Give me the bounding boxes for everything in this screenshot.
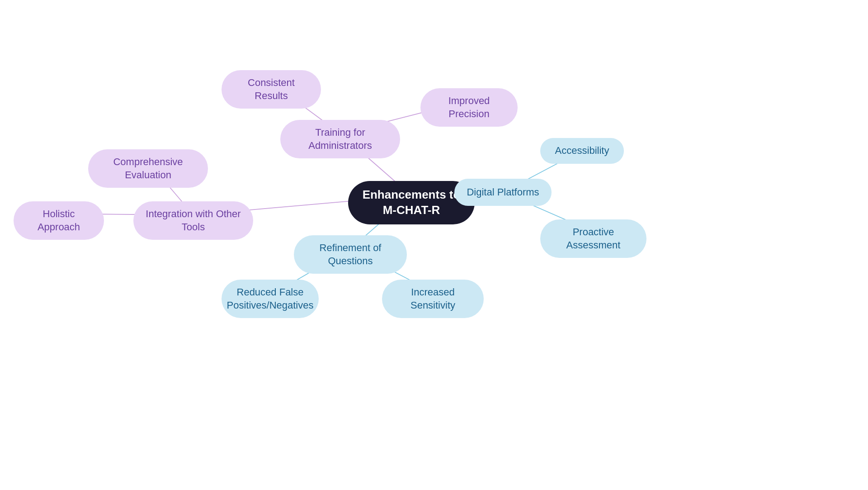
node-label-holistic: Holistic Approach xyxy=(25,208,92,233)
node-refinement: Refinement of Questions xyxy=(294,235,407,274)
node-label-accessibility: Accessibility xyxy=(555,144,609,157)
node-label-training: Training for Administrators xyxy=(292,126,388,152)
node-label-reduced: Reduced False Positives/Negatives xyxy=(227,286,314,312)
node-label-refinement: Refinement of Questions xyxy=(306,242,395,267)
node-label-center: Enhancements to M-CHAT-R xyxy=(360,187,463,218)
node-reduced: Reduced False Positives/Negatives xyxy=(222,280,319,318)
node-improved: Improved Precision xyxy=(420,88,518,127)
node-label-improved: Improved Precision xyxy=(432,95,506,120)
node-training: Training for Administrators xyxy=(280,120,400,158)
node-label-consistent: Consistent Results xyxy=(233,76,309,102)
node-consistent: Consistent Results xyxy=(222,70,321,109)
node-holistic: Holistic Approach xyxy=(14,201,104,240)
node-accessibility: Accessibility xyxy=(540,138,624,164)
node-label-integration: Integration with Other Tools xyxy=(145,208,241,233)
node-label-proactive: Proactive Assessment xyxy=(552,226,635,252)
node-label-sensitivity: Increased Sensitivity xyxy=(394,286,472,312)
node-label-digital: Digital Platforms xyxy=(467,186,539,199)
node-digital: Digital Platforms xyxy=(454,179,552,206)
node-integration: Integration with Other Tools xyxy=(133,201,253,240)
node-label-comprehensive: Comprehensive Evaluation xyxy=(100,156,196,181)
node-comprehensive: Comprehensive Evaluation xyxy=(88,149,208,188)
node-proactive: Proactive Assessment xyxy=(540,219,646,258)
node-sensitivity: Increased Sensitivity xyxy=(382,280,484,318)
